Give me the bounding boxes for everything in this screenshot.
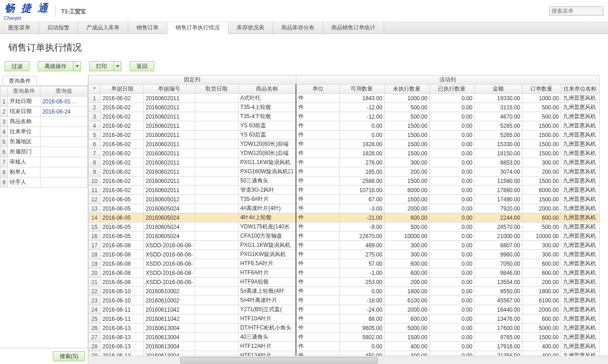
- sidebar-tab-query[interactable]: 查询条件: [3, 76, 37, 85]
- cond-val[interactable]: 2016-06-24: [40, 107, 88, 117]
- grid-scroll[interactable]: 固定列活动列*单据日期单据编号取货日期商品名称单位可用数量未执行数量已执行数量金…: [88, 75, 608, 356]
- col-group-fixed: 固定列: [89, 75, 296, 85]
- cond-row[interactable]: 3商品名称: [0, 117, 88, 127]
- search-menu[interactable]: [549, 6, 603, 16]
- grid-row[interactable]: 222016-06-10201606100025#高速上轮毂(4叶件0.0018…: [89, 287, 600, 296]
- grid-col-3[interactable]: 取货日期: [195, 85, 238, 94]
- grid-col-2[interactable]: 单据编号: [144, 85, 195, 94]
- grid-col-1[interactable]: 单据日期: [101, 85, 144, 94]
- grid-row[interactable]: 282016-06-1320160613004HTF12A叶片件0.00400.…: [89, 342, 600, 351]
- grid-row[interactable]: 212016-06-08XSDD-2016-06-08-HTF9A轮毂件253.…: [89, 278, 600, 287]
- cond-key: 制单人: [8, 167, 40, 177]
- tab-4[interactable]: 销售订单执行情况: [167, 22, 228, 34]
- logo-separator: [55, 5, 56, 17]
- grid-row[interactable]: 242016-06-1120160611042Y271(B5)立式盖(件-24.…: [89, 305, 600, 314]
- grid-row[interactable]: 182016-06-08XSDD-2016-06-08-PXG1KW旋涡风机件2…: [89, 250, 600, 259]
- back-button[interactable]: 返回: [130, 61, 154, 71]
- grid-col-5[interactable]: 单位: [296, 85, 339, 94]
- tab-0[interactable]: 图形菜单: [0, 22, 39, 34]
- cond-row[interactable]: 7审核人: [0, 157, 88, 167]
- h-scrollbar-thumb[interactable]: [180, 357, 378, 364]
- cond-val[interactable]: [40, 137, 88, 147]
- grid-row[interactable]: 272016-06-132016061300440三通角头件5802.00150…: [89, 333, 600, 342]
- tab-3[interactable]: 销售订单: [128, 22, 167, 34]
- grid-row[interactable]: 62016-06-0220160602011YDW120(60长)前端件1828…: [89, 140, 600, 149]
- tab-6[interactable]: 商品库存分布: [273, 22, 323, 34]
- adv-button[interactable]: 高级操作: [38, 61, 74, 71]
- grid-row[interactable]: 112016-06-0220160602011管道3G-2风叶件10716.00…: [89, 186, 600, 195]
- grid-row[interactable]: 252016-06-1120160611042HTF10A叶片件68.00600…: [89, 314, 600, 324]
- grid-row[interactable]: 102016-06-022016060201150三通角头件2588.00150…: [89, 176, 600, 186]
- logo-en: Chanjet: [4, 15, 50, 21]
- print-button[interactable]: 打印: [89, 61, 114, 71]
- cond-row[interactable]: 4往来单位: [0, 127, 88, 137]
- grid-col-6[interactable]: 可用数量: [339, 85, 384, 94]
- filter-button[interactable]: 过滤: [5, 61, 29, 71]
- data-grid: 固定列活动列*单据日期单据编号取货日期商品名称单位可用数量未执行数量已执行数量金…: [88, 75, 600, 356]
- tab-2[interactable]: 产成品入库单: [78, 22, 128, 34]
- grid-row[interactable]: 152016-06-0520160605024YDW175机座(140长件-9.…: [89, 222, 600, 232]
- grid-col-0[interactable]: *: [89, 85, 101, 94]
- cond-val[interactable]: [40, 127, 88, 137]
- cond-key: 结束日期: [8, 107, 40, 117]
- cond-key: 经手人: [8, 177, 40, 188]
- cond-row[interactable]: 1开始日期2016-06-01…: [0, 97, 88, 107]
- grid-row[interactable]: 262016-06-1320160613004DT/HTFC柜机小角头件9605…: [89, 324, 600, 333]
- grid-row[interactable]: 142016-06-05201606050244叶4#上轮毂件-21.00600…: [89, 213, 600, 222]
- grid-col-9[interactable]: 金额: [474, 85, 522, 94]
- grid-area: 固定列活动列*单据日期单据编号取货日期商品名称单位可用数量未执行数量已执行数量金…: [88, 75, 608, 364]
- tab-7[interactable]: 商品销售订单统计: [323, 22, 384, 34]
- tab-5[interactable]: 库存状况表: [228, 22, 273, 34]
- cond-key: 所属部门: [8, 147, 40, 157]
- condition-table: 查询条件查询值1开始日期2016-06-01…2结束日期2016-06-243商…: [0, 86, 88, 188]
- cond-row[interactable]: 6所属部门: [0, 147, 88, 157]
- grid-row[interactable]: 192016-06-08XSDD-2016-06-08-HTF6.5A叶片件57…: [89, 259, 600, 268]
- grid-row[interactable]: 42016-06-0220160602011YS 63前盖件0.001500.0…: [89, 121, 600, 131]
- grid-row[interactable]: 92016-06-0220160602011PXG180W旋涡风机口件165.0…: [89, 167, 600, 176]
- cond-val[interactable]: [40, 117, 88, 127]
- cond-col: 查询条件: [8, 86, 40, 97]
- search-button[interactable]: 搜索(S): [53, 351, 85, 361]
- grid-row[interactable]: 172016-06-08XSDD-2016-06-08-PXG1.1KW旋涡风机…: [89, 241, 600, 250]
- print-caret[interactable]: [114, 61, 121, 71]
- grid-row[interactable]: 232016-06-10201606100025#4叶高速叶片件-18.0061…: [89, 296, 600, 305]
- grid-row[interactable]: 162016-06-0520160605024CFA100方形轴盘件22670.…: [89, 232, 600, 241]
- cond-row[interactable]: 5所属地区: [0, 137, 88, 147]
- cond-val[interactable]: 2016-06-01…: [40, 97, 88, 107]
- cond-val[interactable]: [40, 147, 88, 157]
- cond-val[interactable]: [40, 167, 88, 177]
- logo-cn: 畅 捷 通: [5, 1, 50, 15]
- grid-col-11[interactable]: 往来单位名称: [561, 85, 599, 94]
- cond-key: 审核人: [8, 157, 40, 167]
- logo: 畅 捷 通 Chanjet: [5, 1, 50, 21]
- print-button-group: 打印: [89, 61, 121, 71]
- h-scrollbar[interactable]: [88, 356, 608, 364]
- cond-val[interactable]: [40, 157, 88, 167]
- cond-val[interactable]: [40, 177, 88, 188]
- cond-key: 开始日期: [8, 97, 40, 107]
- grid-row[interactable]: 122016-06-0520160605012T35-6#叶片件67.00150…: [89, 195, 600, 204]
- grid-row[interactable]: 292016-06-1320160613004HTF13A叶片件450.0040…: [89, 351, 600, 356]
- grid-row[interactable]: 52016-06-0220160602011YS 63后盖件0.001500.0…: [89, 131, 600, 140]
- grid-row[interactable]: 82016-06-0220160602011PXG1.1KW旋涡风机件276.0…: [89, 158, 600, 167]
- grid-col-4[interactable]: 商品名称: [238, 85, 296, 94]
- search-menu-input[interactable]: [549, 6, 603, 16]
- grid-row[interactable]: 72016-06-0220160602011YDW120(80长)后端件1828…: [89, 149, 600, 158]
- grid-row[interactable]: 12016-06-0220160602011A式叶托件1843.001000.0…: [89, 94, 600, 103]
- cond-row[interactable]: 2结束日期2016-06-24: [0, 107, 88, 117]
- grid-col-7[interactable]: 未执行数量: [384, 85, 429, 94]
- grid-col-10[interactable]: 订单数量: [522, 85, 561, 94]
- cond-key: 所属地区: [8, 137, 40, 147]
- adv-caret[interactable]: [74, 61, 81, 71]
- grid-row[interactable]: 202016-06-08XSDD-2016-06-08-HTF8A叶片件-1.0…: [89, 268, 600, 278]
- cond-col: 查询值: [40, 86, 88, 97]
- header: 畅 捷 通 Chanjet T1-工贸宝: [0, 0, 608, 22]
- cond-key: 往来单位: [8, 127, 40, 137]
- cond-row[interactable]: 8制单人: [0, 167, 88, 177]
- grid-row[interactable]: 132016-06-05201606050244#高速叶片(4叶)件-3.002…: [89, 204, 600, 213]
- cond-row[interactable]: 9经手人: [0, 177, 88, 188]
- tab-1[interactable]: 启动报警: [39, 22, 78, 34]
- grid-row[interactable]: 32016-06-0220160602011T35-4下轮毂件-12.00500…: [89, 112, 600, 121]
- grid-row[interactable]: 22016-06-0220160602011T35-4上轮毂件-12.00500…: [89, 103, 600, 112]
- grid-col-8[interactable]: 已执行数量: [429, 85, 474, 94]
